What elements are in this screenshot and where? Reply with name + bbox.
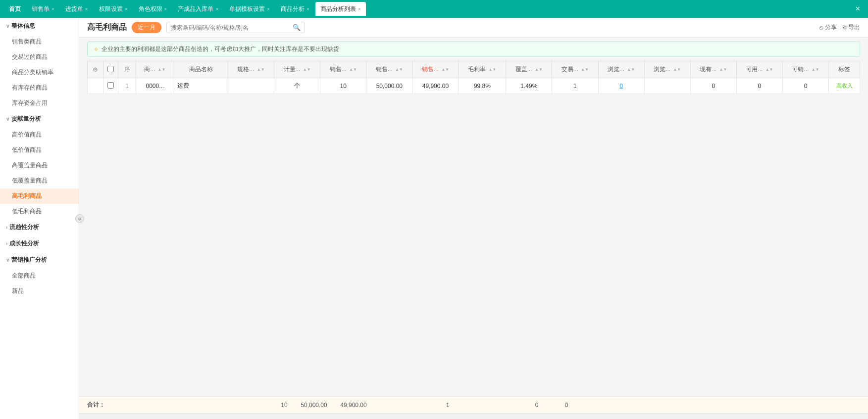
nav-close-role[interactable]: × [164, 6, 167, 12]
cell-name: 运费 [174, 78, 228, 94]
col-tag: 标签 [829, 61, 860, 78]
page-title: 高毛利商品 [87, 22, 127, 33]
col-code[interactable]: 商... ▲▼ [136, 61, 174, 78]
nav-analysis-label: 商品分析 [281, 5, 305, 13]
export-button[interactable]: ⎗ 导出 [843, 23, 860, 32]
col-browse1[interactable]: 浏览... ▲▼ [598, 61, 644, 78]
cell-gross-rate: 99.8% [459, 78, 506, 94]
section-arrow-overall: ∨ [6, 23, 9, 29]
row-checkbox[interactable] [107, 82, 114, 89]
share-button[interactable]: ⎋ 分享 [819, 23, 837, 32]
col-checkbox[interactable] [103, 61, 118, 78]
sidebar-section-growth[interactable]: › 成长性分析 [0, 235, 79, 252]
gear-icon[interactable]: ⚙ [93, 66, 98, 73]
sidebar-item-low-coverage[interactable]: 低覆盖量商品 [0, 173, 79, 188]
nav-close-purchase[interactable]: × [85, 6, 88, 12]
sidebar-section-trend[interactable]: › 流趋性分析 [0, 219, 79, 235]
cell-tag: 高收入 [829, 78, 860, 94]
sidebar-section-overall[interactable]: ∨ 整体信息 [0, 18, 79, 34]
nav-tab-analysis-list[interactable]: 商品分析列表 × [315, 2, 366, 16]
col-salable[interactable]: 可销... ▲▼ [782, 61, 828, 78]
cell-code: 0000... [136, 78, 174, 94]
sidebar-item-high-value[interactable]: 高价值商品 [0, 127, 79, 142]
table-container[interactable]: ⚙ 序 商... ▲▼ 商品名称 规格... ▲▼ [87, 61, 860, 396]
sidebar-item-high-coverage[interactable]: 高覆盖量商品 [0, 158, 79, 173]
cell-gear [88, 78, 103, 94]
sidebar-section-marketing[interactable]: ∨ 营销推广分析 [0, 252, 79, 268]
nav-close-template[interactable]: × [267, 6, 270, 12]
col-stock[interactable]: 现有... ▲▼ [690, 61, 736, 78]
nav-close-analysis[interactable]: × [306, 6, 309, 12]
nav-product-storage-label: 产成品入库单 [178, 5, 213, 13]
export-icon: ⎗ [843, 24, 846, 31]
share-icon: ⎋ [819, 24, 823, 31]
footer-summary: 合计： 10 50,000.00 49,900.00 1 0 0 [79, 396, 868, 413]
nav-tab-role[interactable]: 角色权限 × [134, 2, 172, 16]
sidebar-item-sales-goods[interactable]: 销售类商品 [0, 34, 79, 49]
filter-recent-month-button[interactable]: 近一月 [132, 22, 161, 33]
table-header-row: ⚙ 序 商... ▲▼ 商品名称 规格... ▲▼ [88, 61, 860, 78]
col-unit[interactable]: 计量... ▲▼ [274, 61, 320, 78]
cell-sales2: 50,000.00 [366, 78, 412, 94]
select-all-checkbox[interactable] [107, 66, 114, 72]
col-coverage[interactable]: 覆盖... ▲▼ [506, 61, 552, 78]
sidebar-item-traded-goods[interactable]: 交易过的商品 [0, 49, 79, 65]
cell-trade: 1 [552, 78, 598, 94]
header-actions: ⎋ 分享 ⎗ 导出 [819, 23, 860, 32]
main-layout: ∨ 整体信息 销售类商品 交易过的商品 商品分类助销率 有库存的商品 库存资金占… [0, 18, 868, 419]
search-box: 🔍 [166, 22, 305, 33]
sidebar-item-category-sales-rate[interactable]: 商品分类助销率 [0, 65, 79, 80]
col-gross-rate[interactable]: 毛利率 ▲▼ [459, 61, 506, 78]
nav-permission-label: 权限设置 [99, 5, 123, 13]
nav-tab-home[interactable]: 首页 [4, 2, 26, 16]
cell-unit: 个 [274, 78, 320, 94]
cell-browse2 [644, 78, 690, 94]
cell-checkbox[interactable] [103, 78, 118, 94]
cell-stock: 0 [690, 78, 736, 94]
col-available[interactable]: 可用... ▲▼ [736, 61, 782, 78]
nav-tab-permission[interactable]: 权限设置 × [94, 2, 133, 16]
col-num: 序 [118, 61, 136, 78]
nav-close-sales[interactable]: × [51, 6, 54, 12]
sidebar-item-new-goods[interactable]: 新品 [0, 283, 79, 299]
search-icon[interactable]: 🔍 [293, 24, 301, 31]
cell-browse1[interactable]: 0 [598, 78, 644, 94]
tip-text: 企业的主要的利润都是这部分商品创造的，可考虑加大推广，同时关注库存是不要出现缺货 [102, 45, 339, 53]
section-label-growth: 成长性分析 [9, 239, 39, 248]
nav-tab-template[interactable]: 单据模板设置 × [224, 2, 275, 16]
sidebar-item-stock-funds[interactable]: 库存资金占用 [0, 95, 79, 111]
nav-tab-analysis[interactable]: 商品分析 × [276, 2, 314, 16]
sidebar-item-low-margin[interactable]: 低毛利商品 [0, 204, 79, 219]
col-sales1[interactable]: 销售... ▲▼ [320, 61, 366, 78]
sidebar-item-low-value[interactable]: 低价值商品 [0, 142, 79, 158]
sidebar-item-in-stock-goods[interactable]: 有库存的商品 [0, 80, 79, 95]
sidebar-item-all-goods[interactable]: 全部商品 [0, 268, 79, 283]
col-sales2[interactable]: 销售... ▲▼ [366, 61, 412, 78]
col-trade[interactable]: 交易... ▲▼ [552, 61, 598, 78]
nav-tab-sales[interactable]: 销售单 × [27, 2, 59, 16]
col-browse2[interactable]: 浏览... ▲▼ [644, 61, 690, 78]
nav-close-analysis-list[interactable]: × [358, 6, 361, 12]
nav-tab-product-storage[interactable]: 产成品入库单 × [173, 2, 223, 16]
sidebar-item-high-margin[interactable]: 高毛利商品 [0, 188, 79, 204]
content-area: 高毛利商品 近一月 🔍 ⎋ 分享 ⎗ 导出 ✧ 企业的主要的利润都是这部分商品创… [79, 18, 868, 419]
content-header: 高毛利商品 近一月 🔍 ⎋ 分享 ⎗ 导出 [79, 18, 868, 38]
nav-close-permission[interactable]: × [125, 6, 128, 12]
nav-role-label: 角色权限 [139, 5, 162, 13]
sidebar-section-contribution[interactable]: ∨ 贡献量分析 [0, 111, 79, 127]
sidebar-collapse-button[interactable]: « [75, 214, 84, 223]
search-input[interactable] [171, 24, 291, 31]
col-spec[interactable]: 规格... ▲▼ [228, 61, 274, 78]
horizontal-scrollbar[interactable] [79, 413, 868, 419]
footer-label: 合计： [87, 401, 127, 409]
app-close-button[interactable]: × [852, 4, 864, 13]
nav-tab-purchase[interactable]: 进货单 × [60, 2, 93, 16]
top-nav: 首页 销售单 × 进货单 × 权限设置 × 角色权限 × 产成品入库单 × 单据… [0, 0, 868, 18]
col-gear[interactable]: ⚙ [88, 61, 103, 78]
table-row[interactable]: 1 0000... 运费 个 10 50,000.00 49,900.00 99… [88, 78, 860, 94]
nav-close-product-storage[interactable]: × [215, 6, 218, 12]
footer-trade: 1 [433, 402, 462, 409]
cell-spec [228, 78, 274, 94]
tip-icon: ✧ [94, 46, 99, 53]
col-sales3[interactable]: 销售... ▲▼ [412, 61, 459, 78]
